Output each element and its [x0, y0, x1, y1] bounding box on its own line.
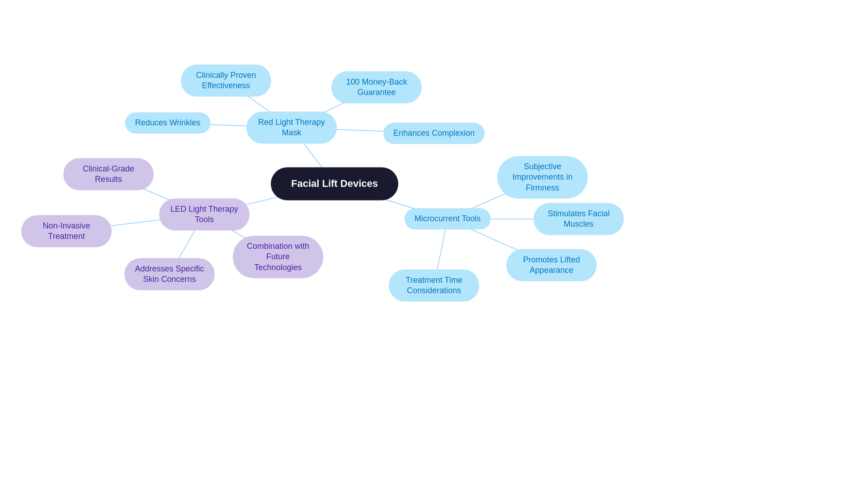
node-addresses-skin: Addresses Specific Skin Concerns — [124, 258, 215, 290]
node-treatment-time: Treatment Time Considerations — [389, 270, 479, 302]
node-money-back: 100 Money-Back Guarantee — [331, 71, 422, 104]
node-enhances-complexion: Enhances Complexion — [383, 123, 485, 144]
node-microcurrent-tools: Microcurrent Tools — [405, 208, 491, 229]
node-stimulates-facial: Stimulates Facial Muscles — [533, 203, 624, 235]
node-subjective-improvements: Subjective Improvements in Firmness — [497, 156, 588, 199]
node-clinical-grade: Clinical-Grade Results — [63, 158, 154, 190]
node-red-light-therapy-mask: Red Light Therapy Mask — [246, 112, 337, 144]
node-non-invasive: Non-Invasive Treatment — [21, 215, 112, 247]
mindmap-container: Facial Lift Devices Red Light Therapy Ma… — [0, 0, 868, 490]
node-clinically-proven: Clinically Proven Effectiveness — [181, 65, 271, 97]
connections-svg — [0, 0, 868, 490]
node-led-light-therapy: LED Light Therapy Tools — [159, 199, 250, 231]
node-center: Facial Lift Devices — [271, 167, 398, 200]
node-combination-future: Combination with Future Technologies — [233, 236, 323, 278]
node-reduces-wrinkles: Reduces Wrinkles — [125, 112, 211, 133]
node-promotes-lifted: Promotes Lifted Appearance — [506, 249, 597, 281]
